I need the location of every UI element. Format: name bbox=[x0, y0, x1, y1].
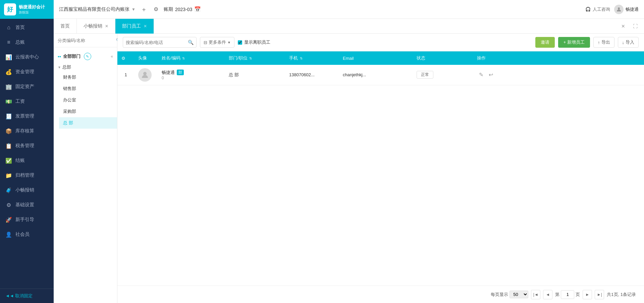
import-icon: ↓ bbox=[622, 40, 625, 45]
col-settings[interactable]: ⚙ bbox=[117, 51, 134, 65]
dept-edit-button[interactable]: ✎ bbox=[84, 53, 91, 60]
user-name: 畅捷通 bbox=[626, 6, 639, 12]
reports-icon: 📊 bbox=[5, 54, 12, 60]
more-filter-button[interactable]: ⊟ 更多条件 ▼ bbox=[200, 37, 234, 48]
employee-search-box: 🔍 bbox=[123, 37, 197, 48]
dept-root[interactable]: ▼ 总部 bbox=[54, 63, 117, 72]
expand-tab-button[interactable]: ⛶ bbox=[631, 21, 640, 31]
sidebar-item-checkout[interactable]: ✅ 结账 bbox=[0, 153, 54, 168]
dept-item-finance[interactable]: 财务部 bbox=[59, 72, 117, 83]
tab-employees-close[interactable]: ✕ bbox=[144, 24, 147, 29]
pagination-bar: 每页显示 10 20 50 100 |◄ ◄ 第 页 ► ►| bbox=[117, 286, 644, 303]
col-name-label: 姓名/编码 bbox=[162, 55, 180, 60]
sidebar-item-label: 固定资产 bbox=[15, 84, 34, 90]
show-resigned-checkbox[interactable]: 显示离职员工 bbox=[238, 39, 270, 45]
sidebar-item-invoice[interactable]: 🧾 发票管理 bbox=[0, 109, 54, 124]
sidebar-item-reports[interactable]: 📊 云报表中心 bbox=[0, 50, 54, 64]
sidebar-item-settings[interactable]: ⚙ 基础设置 bbox=[0, 198, 54, 212]
dept-item-purchase[interactable]: 采购部 bbox=[59, 106, 117, 117]
employee-name-wrap: 畅捷通 部 bbox=[162, 70, 221, 76]
tab-employees-label: 部门员工 bbox=[122, 23, 141, 29]
archive-icon: 📁 bbox=[5, 172, 12, 179]
sidebar-item-expense[interactable]: 🧳 小畅报销 bbox=[0, 183, 54, 198]
employee-dept: 总 部 bbox=[229, 72, 239, 77]
sidebar-item-capital[interactable]: 💰 资金管理 bbox=[0, 64, 54, 79]
close-tab-button[interactable]: ✕ bbox=[619, 21, 628, 31]
calendar-icon[interactable]: 📅 bbox=[194, 6, 201, 12]
sidebar-item-label: 库存核算 bbox=[15, 128, 34, 134]
sidebar-item-salary[interactable]: 💵 工资 bbox=[0, 94, 54, 109]
dept-label: 总 部 bbox=[63, 120, 73, 126]
unpin-label: ◄◄ 取消固定 bbox=[5, 293, 33, 299]
sidebar-item-inventory[interactable]: 📦 库存核算 bbox=[0, 124, 54, 138]
sidebar-item-guide[interactable]: 🚀 新手引导 bbox=[0, 212, 54, 227]
accounting-period: 账期 2023-03 📅 bbox=[164, 6, 201, 12]
company-dropdown-icon: ▼ bbox=[131, 7, 136, 12]
last-page-button[interactable]: ►| bbox=[595, 290, 604, 299]
page-number-input[interactable] bbox=[561, 290, 574, 299]
next-page-button[interactable]: ► bbox=[583, 290, 592, 299]
sidebar-item-label: 结账 bbox=[15, 158, 25, 164]
row-phone: 138070602... bbox=[285, 65, 339, 85]
logo-version: 旗舰版 bbox=[19, 10, 45, 15]
sidebar-item-assets[interactable]: 🏢 固定资产 bbox=[0, 79, 54, 94]
dept-collapse-button[interactable]: « bbox=[111, 54, 113, 59]
tab-employees[interactable]: 部门员工 ✕ bbox=[115, 19, 154, 34]
dept-search-input[interactable] bbox=[58, 38, 114, 43]
sidebar-item-label: 资金管理 bbox=[15, 69, 34, 75]
employee-search-icon[interactable]: 🔍 bbox=[188, 40, 194, 45]
company-name: 江西服宝精品有限责任公司内账张 bbox=[59, 6, 129, 12]
first-page-button[interactable]: |◄ bbox=[531, 290, 540, 299]
sidebar-item-label: 新手引导 bbox=[15, 217, 34, 223]
status-badge: 正常 bbox=[417, 71, 433, 79]
export-button[interactable]: ↑ 导出 bbox=[593, 37, 614, 48]
tab-expense[interactable]: 小畅报销 ✕ bbox=[77, 19, 115, 34]
company-settings-button[interactable]: ⚙ bbox=[152, 6, 160, 12]
resigned-check[interactable] bbox=[238, 40, 242, 45]
sidebar-item-ledger[interactable]: ≡ 总账 bbox=[0, 35, 54, 50]
employee-table-wrap: ⚙ 头像 姓名/编码 ⇅ 部门/职位 ⇅ bbox=[117, 51, 644, 286]
dept-item-general[interactable]: 总 部 bbox=[59, 117, 117, 129]
tabs-controls: ✕ ⛶ bbox=[619, 21, 644, 31]
checkout-icon: ✅ bbox=[5, 157, 12, 164]
service-button[interactable]: 🎧 人工咨询 bbox=[585, 6, 610, 12]
svg-point-0 bbox=[618, 7, 620, 9]
tab-home[interactable]: 首页 bbox=[54, 19, 77, 34]
tab-expense-close[interactable]: ✕ bbox=[105, 24, 108, 29]
per-page-select[interactable]: 10 20 50 100 bbox=[509, 291, 528, 298]
sidebar-unpin[interactable]: ◄◄ 取消固定 bbox=[0, 289, 54, 303]
delete-employee-button[interactable]: ↩ bbox=[487, 72, 495, 78]
col-name[interactable]: 姓名/编码 ⇅ bbox=[158, 51, 225, 65]
col-avatar: 头像 bbox=[134, 51, 158, 65]
edit-employee-button[interactable]: ✎ bbox=[477, 72, 485, 78]
add-company-button[interactable]: ＋ bbox=[140, 5, 148, 13]
add-employee-label: + 新增员工 bbox=[564, 39, 585, 45]
import-button[interactable]: ↓ 导入 bbox=[618, 37, 639, 48]
company-selector[interactable]: 江西服宝精品有限责任公司内账张 ▼ bbox=[59, 6, 136, 12]
sidebar-item-label: 社会员 bbox=[15, 231, 30, 237]
col-status-label: 状态 bbox=[417, 55, 425, 60]
sidebar-item-archive[interactable]: 📁 归档管理 bbox=[0, 168, 54, 183]
employee-search-input[interactable] bbox=[126, 40, 186, 45]
sidebar-item-label: 总账 bbox=[15, 39, 25, 45]
dept-item-office[interactable]: 办公室 bbox=[59, 94, 117, 106]
col-dept[interactable]: 部门/职位 ⇅ bbox=[225, 51, 285, 65]
tabs-bar: 首页 小畅报销 ✕ 部门员工 ✕ ✕ ⛶ bbox=[54, 19, 644, 34]
prev-page-button[interactable]: ◄ bbox=[543, 290, 552, 299]
col-phone[interactable]: 手机 ⇅ bbox=[285, 51, 339, 65]
period-value: 2023-03 bbox=[175, 7, 192, 12]
col-status: 状态 bbox=[413, 51, 473, 65]
service-label: 人工咨询 bbox=[593, 6, 610, 12]
sidebar-item-label: 首页 bbox=[15, 25, 25, 31]
sidebar-item-tax[interactable]: 📋 税务管理 bbox=[0, 138, 54, 153]
sidebar-item-home[interactable]: ⌂ 首页 bbox=[0, 20, 54, 35]
sidebar-item-more[interactable]: 👤 社会员 bbox=[0, 227, 54, 242]
tax-icon: 📋 bbox=[5, 142, 12, 149]
dept-item-sales[interactable]: 销售部 bbox=[59, 83, 117, 94]
headset-icon: 🎧 bbox=[585, 7, 591, 12]
invite-button[interactable]: 邀请 bbox=[535, 37, 555, 48]
dept-all-label[interactable]: 全部部门 bbox=[63, 53, 80, 59]
sidebar: 好 畅捷通好会计 旗舰版 ⌂ 首页 ≡ 总账 📊 云报表中心 💰 资金管理 🏢 … bbox=[0, 0, 54, 303]
dept-label: 财务部 bbox=[63, 74, 76, 80]
add-employee-button[interactable]: + 新增员工 bbox=[558, 37, 590, 48]
